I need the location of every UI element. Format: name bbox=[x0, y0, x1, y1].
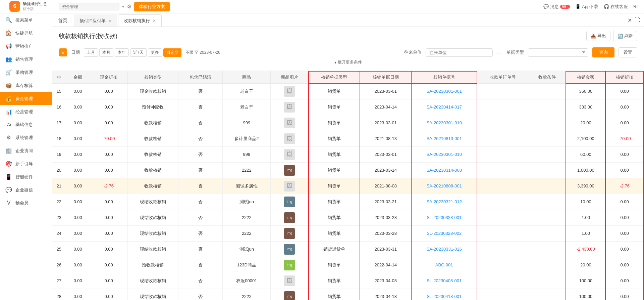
online-service[interactable]: 🎧 在线客服 bbox=[604, 4, 628, 10]
goods-img-placeholder: 🖼 bbox=[284, 86, 295, 97]
wo-bill-no-link[interactable]: SA-20230321-012 bbox=[426, 199, 462, 204]
sidebar-item-sys-mgmt[interactable]: ⚙ 系统管理 bbox=[0, 131, 52, 144]
col-header-wo-bill-type: 核销单据类型 bbox=[309, 71, 360, 83]
wo-bill-no-link[interactable]: SA-20230301-010 bbox=[426, 120, 462, 125]
export-icon: 📤 bbox=[591, 34, 596, 39]
tab-prepay-close[interactable]: ✕ bbox=[108, 18, 112, 23]
msg-area[interactable]: 💬 消息 99+ bbox=[543, 4, 570, 10]
cell-goods: 2222 bbox=[223, 289, 271, 300]
cell-wo-amount: 20.00 bbox=[566, 257, 605, 273]
sidebar-item-finance[interactable]: 💰 资金管理 bbox=[0, 92, 52, 105]
date-btn-custom[interactable]: 自定义 bbox=[163, 48, 181, 57]
cell-no: 23 bbox=[52, 210, 66, 225]
cell-collection-no bbox=[477, 210, 528, 225]
cell-write-off-type: 现结收款核销 bbox=[127, 289, 178, 300]
cell-wo-bill-type: 销货单 bbox=[309, 257, 360, 273]
wo-bill-no-link[interactable]: SA-20230301-001 bbox=[426, 89, 462, 94]
date-btn-this-month[interactable]: 本月 bbox=[99, 48, 113, 57]
cell-wo-bill-no: SL-20230328-001 bbox=[411, 210, 477, 225]
target-icon: 🎯 bbox=[5, 161, 12, 167]
date-btn-more[interactable]: 更多 bbox=[148, 48, 162, 57]
tab-maximize-icon[interactable]: ⛶ bbox=[635, 17, 640, 23]
cell-cash-discount: 0.00 bbox=[90, 115, 127, 131]
cell-wo-discount: 0.00 bbox=[605, 146, 644, 162]
sidebar-item-member[interactable]: V 畅会员 bbox=[0, 197, 52, 209]
cell-wo-bill-type: 销货单 bbox=[309, 146, 360, 162]
col-header-gear[interactable]: ⚙ bbox=[52, 71, 66, 83]
sidebar-item-guide[interactable]: 🎯 新手引导 bbox=[0, 157, 52, 170]
date-btn-last-month[interactable]: 上月 bbox=[84, 48, 98, 57]
date-btn-this-year[interactable]: 本年 bbox=[115, 48, 129, 57]
wo-bill-no-link[interactable]: SA-20230301-010 bbox=[426, 152, 462, 157]
refresh-button[interactable]: 🔄 刷新 bbox=[613, 31, 637, 41]
from-unit-input[interactable] bbox=[426, 48, 493, 57]
wo-bill-no-link[interactable]: SL-20230328-001 bbox=[427, 215, 462, 220]
sidebar-item-marketing[interactable]: 📢 营销推广 bbox=[0, 40, 52, 53]
wo-bill-no-link[interactable]: ABC-001 bbox=[435, 262, 453, 267]
goods-img-placeholder: 🖼 bbox=[284, 133, 295, 144]
user-name-display[interactable]: Rit bbox=[633, 4, 639, 9]
sidebar-item-purchase[interactable]: 🛒 采购管理 bbox=[0, 66, 52, 79]
cell-wo-bill-no: SA-20230321-012 bbox=[411, 194, 477, 210]
filter-row: » 日期 上月 本月 本年 近7天 更多 自定义 不限 至 2023-07-26… bbox=[59, 47, 637, 57]
filter-settings-button[interactable]: 设置 bbox=[619, 47, 637, 57]
table-container[interactable]: ⚙ 余额 现金折扣 核销类型 包含已结清 商品 商品图片 核销单据类型 核销单据… bbox=[52, 71, 644, 300]
tab-collection-close[interactable]: ✕ bbox=[153, 18, 156, 23]
table-row: 28 0.00 0.00 现结收款核销 否 2222 img 销货单 2023-… bbox=[52, 289, 644, 300]
wo-bill-no-link[interactable]: SA-20210813-001 bbox=[426, 136, 462, 141]
cell-write-off-type: 收款核销 bbox=[127, 178, 178, 194]
sidebar-item-corp[interactable]: 🏢 企业协同 bbox=[0, 144, 52, 157]
col-header-wo-discount: 核销折扣 bbox=[605, 71, 644, 83]
sidebar-item-sales[interactable]: 👥 销售管理 bbox=[0, 53, 52, 66]
cell-no: 25 bbox=[52, 241, 66, 257]
expand-more-conditions[interactable]: ▾ 展开更多条件 bbox=[59, 57, 637, 67]
tab-prepay[interactable]: 预付冲应付单 ✕ bbox=[74, 14, 117, 27]
cell-include-settled: 否 bbox=[178, 289, 223, 300]
query-button[interactable]: 查询 bbox=[592, 47, 614, 57]
refresh-icon: 🔄 bbox=[618, 34, 623, 39]
sidebar-item-search[interactable]: 🔍 搜索菜单 bbox=[0, 13, 52, 27]
goods-img-thumb2: img bbox=[284, 228, 295, 239]
filter-expand-button[interactable]: » bbox=[59, 48, 67, 56]
sidebar-item-smart-hw[interactable]: 📱 智能硬件 bbox=[0, 170, 52, 183]
wo-bill-no-link[interactable]: SL-20230418-001 bbox=[427, 294, 462, 299]
wo-bill-no-link[interactable]: SA-20230414-017 bbox=[426, 104, 462, 110]
cell-goods: 999 bbox=[223, 115, 271, 131]
wo-bill-no-link[interactable]: SL-20230408-001 bbox=[427, 278, 462, 283]
cell-goods-img: img bbox=[271, 241, 309, 257]
export-button[interactable]: 📤 导出 bbox=[586, 31, 610, 41]
cell-goods: 衣服00001 bbox=[223, 273, 271, 289]
sidebar-item-quick-nav[interactable]: 🏠 快捷导航 bbox=[0, 27, 52, 40]
cell-collection-cond bbox=[528, 210, 566, 225]
table-row: 18 0.00 -70.00 收款核销 否 多计量商品2 🖼 销货单 2021-… bbox=[52, 131, 644, 146]
cell-wo-bill-date: 2023-03-31 bbox=[360, 241, 411, 257]
cell-write-off-type: 收款核销 bbox=[127, 146, 178, 162]
sidebar-item-inventory[interactable]: 📦 库存核算 bbox=[0, 79, 52, 92]
sidebar-item-basic-info[interactable]: 🗂 基础信息 bbox=[0, 118, 52, 131]
app-download[interactable]: 📱 App下载 bbox=[575, 4, 598, 10]
wo-bill-no-link[interactable]: SL-20230328-002 bbox=[427, 231, 462, 236]
industry-btn[interactable]: 体验行业方案 bbox=[134, 2, 170, 11]
tab-home[interactable]: 首页 bbox=[52, 14, 73, 27]
breadcrumb-input[interactable] bbox=[59, 3, 119, 10]
cell-cash-discount: 0.00 bbox=[90, 257, 127, 273]
date-btn-7days[interactable]: 近7天 bbox=[130, 48, 147, 57]
sidebar-item-wechat[interactable]: 💬 企业微信 bbox=[0, 183, 52, 197]
settings-icon[interactable]: ⚙ bbox=[127, 3, 131, 10]
tab-collection[interactable]: 收款核销执行 ✕ bbox=[118, 14, 162, 27]
cell-no: 21 bbox=[52, 178, 66, 194]
goods-img-thumb3: img bbox=[284, 197, 295, 207]
single-type-select[interactable]: 销货单 销货退货单 bbox=[528, 48, 588, 57]
wo-bill-no-link[interactable]: SA-20210808-001 bbox=[426, 183, 462, 188]
tab-close-window-icon[interactable]: ✕ bbox=[628, 17, 632, 24]
sidebar-item-ops[interactable]: 📊 经营管理 bbox=[0, 105, 52, 118]
wo-bill-no-link[interactable]: SA-20230314-008 bbox=[426, 168, 462, 173]
cell-cash-discount: 0.00 bbox=[90, 162, 127, 178]
wo-bill-no-link[interactable]: SA-20230331-026 bbox=[426, 247, 462, 252]
cell-collection-cond bbox=[528, 162, 566, 178]
cell-goods: 123D商品 bbox=[223, 257, 271, 273]
cell-goods-img: 🖼 bbox=[271, 99, 309, 115]
box-icon: 📦 bbox=[5, 82, 12, 89]
col-header-balance: 余额 bbox=[66, 71, 90, 83]
app-name: 畅捷通好生意 标准版 bbox=[23, 1, 47, 12]
